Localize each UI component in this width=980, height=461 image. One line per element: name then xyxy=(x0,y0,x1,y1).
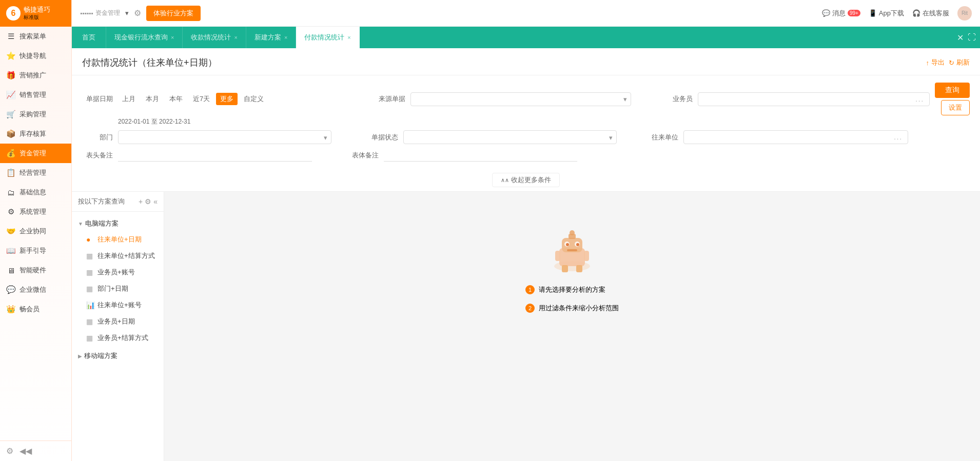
marketing-icon: 🎁 xyxy=(6,71,15,80)
scheme-item-staff-account[interactable]: ▦ 业务员+账号 xyxy=(72,264,164,280)
sidebar-item-enterprise[interactable]: 🤝 企业协同 xyxy=(0,222,71,241)
tab-close-all-btn[interactable]: ✕ xyxy=(957,33,964,43)
scheme-group-mobile: ▶ 移动端方案 xyxy=(72,348,164,364)
sidebar-bottom: ⚙ ◀◀ xyxy=(0,440,71,461)
sidebar-item-purchase[interactable]: 🛒 采购管理 xyxy=(0,105,71,124)
sidebar-item-finance[interactable]: 💰 资金管理 xyxy=(0,144,71,163)
trial-button[interactable]: 体验行业方案 xyxy=(146,6,201,21)
user-avatar[interactable]: Rit xyxy=(957,6,972,21)
logo-text: 畅捷通巧 标准版 xyxy=(24,6,50,21)
sales-icon: 📈 xyxy=(6,90,15,99)
status-select[interactable] xyxy=(403,130,617,144)
refresh-button[interactable]: ↻ 刷新 xyxy=(949,58,970,67)
dept-select[interactable] xyxy=(118,130,331,144)
scheme-list: ▼ 电脑端方案 ● 往来单位+日期 ▦ 往来单位+结算方式 ▦ xyxy=(72,212,164,461)
tab-payment[interactable]: 付款情况统计 × xyxy=(296,27,359,48)
date-options: 上月 本月 本年 近7天 更多 自定义 xyxy=(118,93,268,105)
sidebar-settings-btn[interactable]: ⚙ xyxy=(6,446,13,456)
scheme-item-dept-date[interactable]: ▦ 部门+日期 xyxy=(72,280,164,297)
sidebar-item-marketing[interactable]: 🎁 营销推广 xyxy=(0,66,71,85)
scheme-item-icon-3: ▦ xyxy=(86,285,94,293)
tab-collection[interactable]: 收款情况统计 × xyxy=(183,27,246,48)
scheme-item-staff-settlement[interactable]: ▦ 业务员+结算方式 xyxy=(72,330,164,346)
message-button[interactable]: 💬 消息 99+ xyxy=(822,9,860,18)
scheme-item-partner-account[interactable]: 📊 往来单位+账号 xyxy=(72,297,164,313)
scheme-settings-btn[interactable]: ⚙ xyxy=(145,197,151,206)
filter-row-1: 单据日期 上月 本月 本年 近7天 更多 自定义 来源单据 xyxy=(82,83,970,115)
sidebar-item-business[interactable]: 📋 经营管理 xyxy=(0,163,71,183)
collapse-button[interactable]: ∧∧ 收起更多条件 xyxy=(492,173,560,187)
tab-expand-btn[interactable]: ⛶ xyxy=(968,33,976,42)
date-opt-custom[interactable]: 自定义 xyxy=(240,93,268,105)
page-title: 付款情况统计（往来单位+日期） xyxy=(82,56,217,69)
scheme-panel: 按以下方案查询 + ⚙ « ▼ 电脑端方案 xyxy=(72,192,164,461)
shortcut-icon: ⭐ xyxy=(6,51,15,61)
tab-home[interactable]: 首页 xyxy=(72,27,106,48)
search-menu-icon: ☰ xyxy=(6,32,15,41)
scheme-add-btn[interactable]: + xyxy=(139,197,143,206)
mobile-group-arrow-icon: ▶ xyxy=(78,353,82,359)
date-opt-more[interactable]: 更多 xyxy=(216,93,238,105)
svg-point-6 xyxy=(576,243,579,246)
staff-input[interactable]: ... xyxy=(698,92,930,106)
empty-state: 1 请先选择要分析的方案 2 用过滤条件来缩小分析范围 xyxy=(525,223,619,317)
query-button[interactable]: 查询 xyxy=(935,83,970,98)
sidebar-item-vip[interactable]: 👑 畅会员 xyxy=(0,299,71,319)
scheme-item-icon-4: 📊 xyxy=(86,301,94,309)
results-area: 1 请先选择要分析的方案 2 用过滤条件来缩小分析范围 xyxy=(164,192,980,461)
online-service-button[interactable]: 🎧 在线客服 xyxy=(912,9,949,18)
collapse-row: ∧∧ 收起更多条件 xyxy=(72,169,980,192)
tab-bank[interactable]: 现金银行流水查询 × xyxy=(106,27,183,48)
export-button[interactable]: ↑ 导出 xyxy=(926,58,945,67)
header-note-input[interactable] xyxy=(118,149,312,162)
date-filter-value: 上月 本月 本年 近7天 更多 自定义 xyxy=(118,93,339,105)
breadcrumb: ▪▪▪▪▪▪ 资金管理 xyxy=(80,9,120,17)
svg-rect-10 xyxy=(562,265,568,272)
date-opt-this-month[interactable]: 本月 xyxy=(142,93,163,105)
status-label: 单据状态 xyxy=(362,133,398,142)
scheme-group-desktop-header[interactable]: ▼ 电脑端方案 xyxy=(72,216,164,231)
tab-collection-close[interactable]: × xyxy=(234,34,237,41)
scheme-item-partner-date[interactable]: ● 往来单位+日期 xyxy=(72,231,164,248)
sidebar-item-system[interactable]: ⚙ 系统管理 xyxy=(0,202,71,222)
scheme-group-mobile-header[interactable]: ▶ 移动端方案 xyxy=(72,348,164,364)
sidebar-item-hardware[interactable]: 🖥 智能硬件 xyxy=(0,260,71,280)
filter-row-3: 表头备注 表体备注 xyxy=(82,149,970,162)
body-note-input[interactable] xyxy=(384,149,578,162)
sidebar-collapse-btn[interactable]: ◀◀ xyxy=(19,446,32,456)
date-opt-last-month[interactable]: 上月 xyxy=(118,93,140,105)
tabbar-actions: ✕ ⛶ xyxy=(953,27,980,48)
logo-icon: 6 xyxy=(6,6,21,21)
scheme-collapse-btn[interactable]: « xyxy=(153,197,158,206)
tab-new-scheme[interactable]: 新建方案 × xyxy=(246,27,296,48)
sidebar-item-weixin[interactable]: 💬 企业微信 xyxy=(0,280,71,299)
sidebar-item-shortcut[interactable]: ⭐ 快捷导航 xyxy=(0,46,71,66)
tab-new-scheme-close[interactable]: × xyxy=(284,34,287,41)
partner-input[interactable]: ... xyxy=(683,130,908,144)
tab-payment-close[interactable]: × xyxy=(347,34,350,41)
scheme-item-partner-settlement[interactable]: ▦ 往来单位+结算方式 xyxy=(72,248,164,264)
sidebar-logo: 6 畅捷通巧 标准版 xyxy=(0,0,71,27)
staff-dots: ... xyxy=(915,95,924,103)
app-download-button[interactable]: 📱 App下载 xyxy=(869,9,904,18)
sidebar-item-search[interactable]: ☰ 搜索菜单 xyxy=(0,27,71,46)
tab-bank-close[interactable]: × xyxy=(171,34,174,41)
date-opt-7days[interactable]: 近7天 xyxy=(189,93,214,105)
sidebar-item-guide[interactable]: 📖 新手引导 xyxy=(0,241,71,260)
scheme-item-staff-date[interactable]: ▦ 业务员+日期 xyxy=(72,313,164,330)
message-badge: 99+ xyxy=(848,10,860,16)
basic-icon: 🗂 xyxy=(6,188,15,197)
sidebar-item-inventory[interactable]: 📦 库存核算 xyxy=(0,124,71,144)
date-range-display: 2022-01-01 至 2022-12-31 xyxy=(118,118,190,125)
date-opt-this-year[interactable]: 本年 xyxy=(165,93,187,105)
topbar: ▪▪▪▪▪▪ 资金管理 ▾ ⚙ 体验行业方案 💬 消息 99+ 📱 App下载 … xyxy=(72,0,980,27)
topbar-select[interactable]: ▾ xyxy=(125,9,129,17)
empty-step-1: 1 请先选择要分析的方案 xyxy=(525,285,619,294)
tabbar: 首页 现金银行流水查询 × 收款情况统计 × 新建方案 × 付款情况统计 × ✕… xyxy=(72,27,980,48)
settings-button[interactable]: 设置 xyxy=(941,100,970,115)
source-select[interactable] xyxy=(410,92,631,106)
app-icon: 📱 xyxy=(869,9,877,17)
topbar-gear-icon[interactable]: ⚙ xyxy=(134,8,141,18)
sidebar-item-sales[interactable]: 📈 销售管理 xyxy=(0,85,71,105)
sidebar-item-basic[interactable]: 🗂 基础信息 xyxy=(0,183,71,202)
